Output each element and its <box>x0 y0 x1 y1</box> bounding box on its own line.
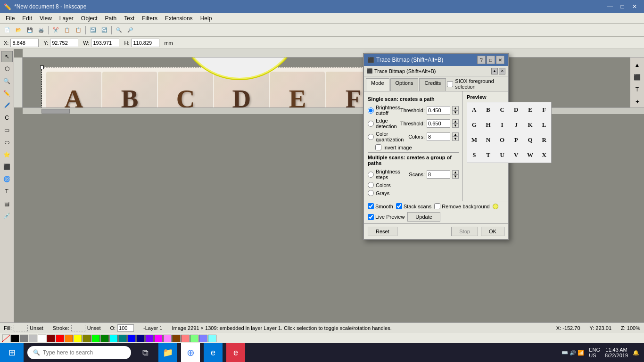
remove-bg-checkbox[interactable] <box>434 203 440 209</box>
brightness-cutoff-radio[interactable] <box>368 107 374 114</box>
menu-view[interactable]: View <box>36 14 56 23</box>
search-input[interactable] <box>43 349 123 356</box>
reset-button[interactable]: Reset <box>368 227 397 236</box>
taskbar-search[interactable]: 🔍 <box>27 346 131 359</box>
dialog-minimize-btn[interactable]: ? <box>477 56 486 64</box>
tool-circle[interactable]: ⬭ <box>1 137 13 148</box>
grays-radio[interactable] <box>368 190 374 196</box>
brightness-steps-radio[interactable] <box>368 172 374 178</box>
toolbar-save[interactable]: 💾 <box>25 25 35 35</box>
swatch-green[interactable] <box>100 335 109 342</box>
right-tool-4[interactable]: ✦ <box>632 96 643 107</box>
tool-select[interactable]: ↖ <box>1 51 13 62</box>
menu-help[interactable]: Help <box>197 14 216 23</box>
swatch-purple[interactable] <box>145 335 154 342</box>
tool-zoom[interactable]: 🔍 <box>1 75 13 87</box>
right-tool-2[interactable]: ⬛ <box>632 72 643 83</box>
swatch-white[interactable] <box>38 335 46 342</box>
swatch-gray[interactable] <box>20 335 28 342</box>
edge-detection-radio[interactable] <box>368 121 374 127</box>
taskbar-edge[interactable]: e <box>204 343 223 362</box>
taskbar-task-view[interactable]: ⧉ <box>136 343 155 362</box>
scans-spin-up[interactable]: ▲ <box>452 170 459 174</box>
dialog-inner-close-btn[interactable]: ✕ <box>499 68 505 74</box>
edge-threshold-input[interactable] <box>427 119 450 128</box>
tool-rect[interactable]: ▭ <box>1 124 13 136</box>
ok-button[interactable]: OK <box>481 227 504 236</box>
tool-node[interactable]: ⬡ <box>1 63 13 74</box>
edge-spin-up[interactable]: ▲ <box>452 119 459 123</box>
swatch-orange[interactable] <box>65 335 73 342</box>
tool-dropper[interactable]: 💉 <box>1 210 13 222</box>
tool-gradient[interactable]: ▤ <box>1 198 13 209</box>
invert-checkbox[interactable] <box>375 144 381 150</box>
menu-edit[interactable]: Edit <box>18 14 36 23</box>
toolbar-open[interactable]: 📂 <box>13 25 24 35</box>
multi-colors-radio[interactable] <box>368 182 374 188</box>
x-input[interactable] <box>10 39 39 47</box>
swatch-salmon[interactable] <box>181 335 190 342</box>
colors-spin-down[interactable]: ▼ <box>452 137 459 141</box>
menu-layer[interactable]: Layer <box>56 14 77 23</box>
opacity-input[interactable] <box>117 324 134 332</box>
toolbar-redo[interactable]: ↪️ <box>99 25 109 35</box>
minimize-button[interactable]: — <box>604 1 616 12</box>
swatch-light-cyan[interactable] <box>208 335 216 342</box>
h-input[interactable] <box>131 39 159 47</box>
toolbar-zoom-in[interactable]: 🔍 <box>114 25 124 35</box>
color-quant-radio[interactable] <box>368 134 374 140</box>
edge-spin-down[interactable]: ▼ <box>452 123 459 128</box>
stack-scans-checkbox[interactable] <box>396 203 402 209</box>
maximize-button[interactable]: □ <box>617 1 628 12</box>
toolbar-zoom-out[interactable]: 🔎 <box>125 25 135 35</box>
toolbar-cut[interactable]: ✂️ <box>50 25 61 35</box>
scans-input[interactable] <box>427 170 450 179</box>
swatch-olive[interactable] <box>83 335 91 342</box>
taskbar-app1[interactable]: e <box>226 343 245 362</box>
colors-spin-up[interactable]: ▲ <box>452 132 459 137</box>
swatch-cyan[interactable] <box>109 335 118 342</box>
menu-file[interactable]: File <box>2 14 18 23</box>
toolbar-paste[interactable]: 📋 <box>73 25 83 35</box>
taskbar-chrome[interactable]: ⊕ <box>181 343 200 362</box>
menu-text[interactable]: Text <box>120 14 138 23</box>
stop-button[interactable]: Stop <box>451 227 478 236</box>
right-tool-3[interactable]: T <box>632 84 643 95</box>
tool-pencil[interactable]: ✏️ <box>1 88 13 99</box>
toolbar-copy[interactable]: 📋 <box>62 25 72 35</box>
menu-object[interactable]: Object <box>77 14 101 23</box>
brightness-spin-up[interactable]: ▲ <box>452 106 459 110</box>
brightness-threshold-input[interactable] <box>427 106 450 115</box>
swatch-yellow[interactable] <box>74 335 82 342</box>
no-color-swatch[interactable] <box>2 335 10 342</box>
tool-calligraph[interactable]: C <box>1 112 13 123</box>
right-tool-1[interactable]: ▲ <box>632 59 643 71</box>
swatch-navy[interactable] <box>136 335 145 342</box>
swatch-silver[interactable] <box>29 335 37 342</box>
swatch-light-green[interactable] <box>190 335 198 342</box>
tab-options[interactable]: Options <box>390 78 419 91</box>
h-scroll-thumb[interactable] <box>41 109 70 114</box>
tool-star[interactable]: ⭐ <box>1 149 13 160</box>
tool-text[interactable]: T <box>1 186 13 197</box>
swatch-blue[interactable] <box>127 335 136 342</box>
tab-mode[interactable]: Mode <box>366 78 389 91</box>
dialog-maximize-btn[interactable]: □ <box>487 56 495 64</box>
swatch-red[interactable] <box>56 335 64 342</box>
tab-credits[interactable]: Credits <box>419 78 446 91</box>
scans-spin-down[interactable]: ▼ <box>452 174 459 179</box>
smooth-checkbox[interactable] <box>368 203 374 209</box>
menu-filters[interactable]: Filters <box>138 14 161 23</box>
swatch-teal[interactable] <box>118 335 127 342</box>
colors-input[interactable] <box>427 132 450 141</box>
taskbar-file-explorer[interactable]: 📁 <box>158 343 177 362</box>
y-input[interactable] <box>50 39 78 47</box>
close-button[interactable]: ✕ <box>629 1 640 12</box>
swatch-periwinkle[interactable] <box>199 335 207 342</box>
live-preview-checkbox[interactable] <box>368 214 374 220</box>
menu-extensions[interactable]: Extensions <box>161 14 197 23</box>
toolbar-new[interactable]: 📄 <box>2 25 12 35</box>
swatch-lime[interactable] <box>91 335 100 342</box>
toolbar-print[interactable]: 🖨️ <box>36 25 46 35</box>
swatch-magenta[interactable] <box>154 335 163 342</box>
